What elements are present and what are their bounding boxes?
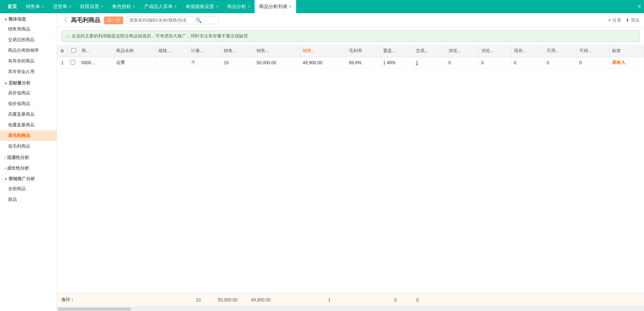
nav-item-template[interactable]: 单据模板设置 × bbox=[181, 0, 223, 13]
table-row: 10000...运费个1050,000.0049,900.0099.8%1.49… bbox=[57, 57, 644, 68]
nav-close-template[interactable]: × bbox=[216, 4, 218, 9]
td-browse1: 0 bbox=[446, 57, 479, 68]
th-sales-qty[interactable]: 销售... bbox=[222, 45, 254, 57]
sidebar-group-成长性分析[interactable]: ›成长性分析 bbox=[0, 162, 57, 173]
sidebar-group-贡献量分析[interactable]: ∨贡献量分析 bbox=[0, 77, 57, 88]
sidebar-collapse-button[interactable]: 《 bbox=[61, 17, 67, 24]
group-label: 整体信息 bbox=[8, 16, 26, 22]
th-browse1[interactable]: 浏览... bbox=[446, 45, 479, 57]
filter-recent-month-button[interactable]: 近一月 bbox=[104, 17, 123, 24]
sidebar-item-high-value[interactable]: 高价值商品 bbox=[0, 88, 57, 98]
share-label: 分享 bbox=[612, 17, 621, 23]
group-arrow-icon: › bbox=[4, 166, 6, 170]
td-margin-rate: 99.8% bbox=[346, 57, 381, 68]
th-settings[interactable]: ⚙ bbox=[57, 45, 68, 57]
th-code[interactable]: 商... bbox=[79, 45, 114, 57]
sidebar-item-stock-capital[interactable]: 库存资金占用 bbox=[0, 66, 57, 77]
sidebar-group-流通性分析[interactable]: ›流通性分析 bbox=[0, 152, 57, 162]
select-all-checkbox[interactable] bbox=[71, 48, 76, 53]
sidebar-item-stocked-goods[interactable]: 有库存的商品 bbox=[0, 56, 57, 66]
total-sales-qty: 10 bbox=[194, 297, 216, 303]
scrollbar-thumb[interactable] bbox=[58, 308, 131, 311]
nav-close-role[interactable]: × bbox=[133, 4, 135, 9]
sidebar-item-all-goods[interactable]: 全部商品 bbox=[0, 184, 57, 194]
th-margin-rate[interactable]: 毛利率 bbox=[346, 45, 381, 57]
nav-close-goods-analysis-list[interactable]: × bbox=[289, 4, 292, 9]
header-actions: ↗ 分享 ⬇ 导出 bbox=[607, 17, 640, 23]
td-sales-cost: 49,900.00 bbox=[301, 57, 347, 68]
nav-close-permission[interactable]: × bbox=[101, 4, 103, 9]
table-header-row: ⚙ 商... 商品名称 规格... 计量... 销售... 销售... 销售..… bbox=[57, 45, 644, 57]
sidebar-item-low-value[interactable]: 低价值商品 bbox=[0, 98, 57, 109]
nav-item-product-in[interactable]: 产成品入库单 × bbox=[140, 0, 181, 13]
td-coverage: 1.49% bbox=[381, 57, 413, 68]
th-unit[interactable]: 计量... bbox=[189, 45, 222, 57]
td-available-stock: 0 bbox=[544, 57, 577, 68]
total-bar: 合计： 10 50,000.00 49,900.00 1 0 0 bbox=[57, 293, 644, 307]
nav-item-sales[interactable]: 销售单 × bbox=[21, 0, 48, 13]
nav-close-sales[interactable]: × bbox=[42, 4, 44, 9]
data-table: ⚙ 商... 商品名称 规格... 计量... 销售... 销售... 销售..… bbox=[57, 45, 644, 68]
nav-item-goods-analysis[interactable]: 商品分析 × bbox=[223, 0, 255, 13]
sidebar-item-traded-goods[interactable]: 交易过的商品 bbox=[0, 35, 57, 45]
row-checkbox[interactable] bbox=[71, 60, 75, 65]
search-input[interactable] bbox=[129, 18, 195, 23]
nav-item-role[interactable]: 角色授权 × bbox=[108, 0, 140, 13]
export-button[interactable]: ⬇ 导出 bbox=[626, 17, 640, 23]
td-trade: 1 bbox=[413, 57, 446, 68]
nav-close-goods-analysis[interactable]: × bbox=[248, 4, 250, 9]
sidebar-group-营销推广分析[interactable]: ∨营销推广分析 bbox=[0, 173, 57, 184]
search-icon[interactable]: 🔍 bbox=[195, 17, 202, 23]
th-name[interactable]: 商品名称 bbox=[114, 45, 156, 57]
th-browse2[interactable]: 浏览... bbox=[479, 45, 511, 57]
share-icon: ↗ bbox=[607, 18, 611, 23]
td-check bbox=[68, 57, 79, 68]
th-current-stock[interactable]: 现有... bbox=[511, 45, 544, 57]
group-label: 流通性分析 bbox=[7, 155, 29, 161]
nav-item-goods-analysis-list[interactable]: 商品分析列表 × bbox=[255, 0, 296, 13]
tip-bar: ◇ 企业的主要的利润都是这部分商品创造的，可考虑加大推广，同时关注库存量不要出现… bbox=[61, 30, 640, 42]
td-sales-amount: 50,000.00 bbox=[254, 57, 301, 68]
nav-item-purchase[interactable]: 进货单 × bbox=[48, 0, 76, 13]
th-available-stock[interactable]: 可用... bbox=[544, 45, 577, 57]
th-trade[interactable]: 交易... bbox=[413, 45, 446, 57]
group-label: 成长性分析 bbox=[7, 165, 29, 171]
group-label: 营销推广分析 bbox=[8, 176, 35, 182]
th-sellable-stock[interactable]: 可销... bbox=[577, 45, 609, 57]
th-tag[interactable]: 标签 bbox=[610, 45, 644, 57]
th-coverage[interactable]: 覆盖... bbox=[381, 45, 413, 57]
group-label: 贡献量分析 bbox=[8, 80, 30, 86]
tip-icon: ◇ bbox=[66, 34, 69, 39]
nav-item-home[interactable]: 首页 bbox=[3, 0, 21, 13]
nav-close-product-in[interactable]: × bbox=[174, 4, 177, 9]
horizontal-scrollbar[interactable] bbox=[57, 307, 644, 311]
export-label: 导出 bbox=[631, 17, 640, 23]
td-unit: 个 bbox=[189, 57, 222, 68]
sidebar-item-low-margin[interactable]: 低毛利商品 bbox=[0, 141, 57, 152]
sidebar-item-high-coverage[interactable]: 高覆盖量商品 bbox=[0, 109, 57, 120]
window-close-button[interactable]: × bbox=[638, 3, 641, 10]
total-current-stock: 0 bbox=[392, 297, 414, 303]
td-num: 1 bbox=[57, 57, 68, 68]
td-sellable-stock: 0 bbox=[577, 57, 609, 68]
share-button[interactable]: ↗ 分享 bbox=[607, 17, 621, 23]
group-arrow-icon: ∨ bbox=[4, 81, 7, 85]
td-browse2: 0 bbox=[479, 57, 511, 68]
sidebar-item-new-goods[interactable]: 新品 bbox=[0, 194, 57, 205]
th-sales-amount[interactable]: 销售... bbox=[254, 45, 301, 57]
group-arrow-icon: ∨ bbox=[4, 177, 7, 181]
sidebar: ∨整体信息销售类商品交易过的商品商品分类助销率有库存的商品库存资金占用∨贡献量分… bbox=[0, 13, 57, 311]
th-sales-cost[interactable]: 销售... bbox=[301, 45, 347, 57]
sidebar-item-low-coverage[interactable]: 低覆盖量商品 bbox=[0, 120, 57, 130]
th-spec[interactable]: 规格... bbox=[156, 45, 189, 57]
tip-text: 企业的主要的利润都是这部分商品创造的，可考虑加大推广，同时关注库存量不要出现缺货 bbox=[72, 33, 248, 39]
total-sales-cost: 49,900.00 bbox=[249, 297, 282, 303]
sidebar-group-整体信息[interactable]: ∨整体信息 bbox=[0, 13, 57, 24]
sidebar-item-sales-goods[interactable]: 销售类商品 bbox=[0, 24, 57, 35]
sidebar-item-category-rate[interactable]: 商品分类助销率 bbox=[0, 45, 57, 56]
main-layout: ∨整体信息销售类商品交易过的商品商品分类助销率有库存的商品库存资金占用∨贡献量分… bbox=[0, 13, 644, 311]
nav-item-permission[interactable]: 权限设置 × bbox=[76, 0, 108, 13]
nav-close-purchase[interactable]: × bbox=[69, 4, 71, 9]
sidebar-item-high-margin[interactable]: 高毛利商品 bbox=[0, 130, 57, 141]
table-container: ⚙ 商... 商品名称 规格... 计量... 销售... 销售... 销售..… bbox=[57, 45, 644, 293]
